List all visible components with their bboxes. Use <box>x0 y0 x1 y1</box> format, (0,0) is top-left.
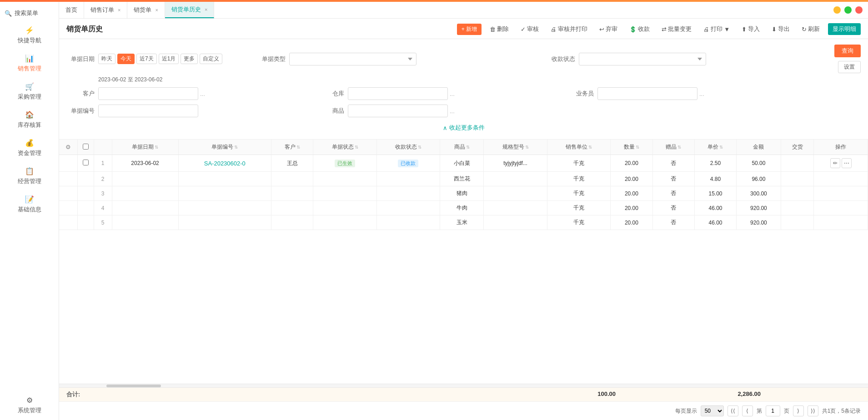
row-customer-cell: 王总 <box>271 155 313 172</box>
search-icon: 🔍 <box>5 10 12 17</box>
page-header: 销货单历史 + 新增 🗑 删除 ✓ 审核 🖨 审核并打印 <box>59 19 868 39</box>
goods-dots[interactable]: ... <box>450 108 455 115</box>
th-order-no[interactable]: 单据编号⇅ <box>178 140 271 155</box>
table-row: 1 2023-06-02 SA-20230602-0 王总 已生效 已收款 小白… <box>59 155 868 172</box>
th-customer[interactable]: 客户⇅ <box>271 140 313 155</box>
tab-close-sales-order[interactable]: × <box>118 7 120 13</box>
row-checkbox[interactable] <box>83 160 89 165</box>
row-transaction-cell <box>781 172 814 186</box>
show-detail-button[interactable]: 显示明细 <box>828 23 861 35</box>
sidebar-item-inventory[interactable]: 🏠 库存核算 <box>0 105 59 134</box>
warehouse-input[interactable] <box>348 87 448 100</box>
sidebar-item-basic-info[interactable]: 📝 基础信息 <box>0 190 59 218</box>
th-qty[interactable]: 数量⇅ <box>611 140 652 155</box>
close-button[interactable] <box>855 6 863 14</box>
warehouse-dots[interactable]: ... <box>450 90 455 97</box>
row-gift-cell: 否 <box>652 215 694 230</box>
customer-dots[interactable]: ... <box>200 90 205 97</box>
tab-bar: 首页 销售订单 × 销货单 × 销货单历史 × <box>59 2 868 19</box>
collapse-button[interactable]: ∧ 收起更多条件 <box>66 122 861 134</box>
type-select[interactable] <box>289 53 416 65</box>
sidebar-item-finance[interactable]: 💰 资金管理 <box>0 134 59 162</box>
th-pay-status[interactable]: 收款状态⇅ <box>376 140 440 155</box>
row-settings-cell <box>59 172 77 186</box>
order-no-input[interactable] <box>98 105 198 117</box>
maximize-button[interactable] <box>844 6 852 14</box>
scroll-thumb[interactable] <box>106 385 161 387</box>
sidebar-search[interactable]: 🔍 搜索菜单 <box>0 5 59 21</box>
page-next-button[interactable]: ⟩ <box>793 405 804 416</box>
th-spec[interactable]: 规格型号⇅ <box>484 140 547 155</box>
totals-qty: 100.00 <box>157 390 738 399</box>
date-today[interactable]: 今天 <box>117 54 135 64</box>
page-prev-button[interactable]: ⟨ <box>742 405 753 416</box>
page-first-button[interactable]: ⟨⟨ <box>728 405 738 416</box>
abandon-button[interactable]: ↩ 弃审 <box>596 23 621 35</box>
page-input[interactable] <box>766 405 780 416</box>
tab-close-sales-goods[interactable]: × <box>155 7 158 13</box>
table-wrapper: ⚙ 单据日期⇅ 单据编号⇅ 客户⇅ 单据状态⇅ 收款状态⇅ 商品⇅ <box>59 140 868 384</box>
date-more[interactable]: 更多 <box>181 54 198 64</box>
setting-button[interactable]: 设置 <box>838 61 861 73</box>
goods-input[interactable] <box>348 105 448 117</box>
per-page-select[interactable]: 50 100 <box>701 405 724 416</box>
date-yesterday[interactable]: 昨天 <box>98 54 115 64</box>
sidebar-item-system[interactable]: ⚙ 系统管理 <box>0 391 59 420</box>
th-unit[interactable]: 销售单位⇅ <box>547 140 610 155</box>
page-last-button[interactable]: ⟩⟩ <box>808 405 818 416</box>
date-custom[interactable]: 自定义 <box>200 54 222 64</box>
sidebar-item-sales-mgmt[interactable]: 📊 销售管理 <box>0 49 59 77</box>
th-date[interactable]: 单据日期⇅ <box>112 140 178 155</box>
row-qty-cell: 20.00 <box>611 186 652 201</box>
row-doc-status-cell: 已生效 <box>313 155 376 172</box>
sidebar-item-operations[interactable]: 📋 经营管理 <box>0 162 59 190</box>
th-goods[interactable]: 商品⇅ <box>440 140 484 155</box>
th-transaction: 交货 <box>781 140 814 155</box>
row-more-button[interactable]: ⋯ <box>842 158 852 168</box>
tab-sales-goods[interactable]: 销货单 × <box>127 2 165 18</box>
tab-close-sales-history[interactable]: × <box>205 7 207 12</box>
import-button[interactable]: ⬆ 导入 <box>738 23 763 35</box>
customer-input[interactable] <box>98 87 198 100</box>
th-gift[interactable]: 赠品⇅ <box>652 140 694 155</box>
row-customer-cell <box>271 215 313 230</box>
sidebar-item-quick-nav[interactable]: ⚡ 快捷导航 <box>0 21 59 49</box>
settings-icon[interactable]: ⚙ <box>65 144 71 150</box>
minimize-button[interactable] <box>833 6 841 14</box>
th-doc-status[interactable]: 单据状态⇅ <box>313 140 376 155</box>
query-button[interactable]: 查询 <box>834 45 861 57</box>
audit-icon: ✓ <box>521 26 526 33</box>
select-all-checkbox[interactable] <box>83 144 89 150</box>
collect-button[interactable]: 💲 收款 <box>626 23 653 35</box>
batch-change-button[interactable]: ⇄ 批量变更 <box>658 23 695 35</box>
row-checkbox-cell <box>77 215 94 230</box>
staff-input[interactable] <box>597 87 697 100</box>
order-no-link[interactable]: SA-20230602-0 <box>204 160 246 167</box>
table-scroll-bar[interactable] <box>59 384 868 387</box>
audit-print-button[interactable]: 🖨 审核并打印 <box>547 23 591 35</box>
audit-button[interactable]: ✓ 审核 <box>517 23 542 35</box>
main-content: 首页 销售订单 × 销货单 × 销货单历史 × <box>59 2 868 420</box>
filter-row-2: 客户 ... 仓库 ... 业务员 ... <box>66 87 861 100</box>
th-actions: 操作 <box>814 140 868 155</box>
sidebar-item-purchase-mgmt[interactable]: 🛒 采购管理 <box>0 77 59 105</box>
refresh-button[interactable]: ↻ 刷新 <box>798 23 823 35</box>
tab-sales-history[interactable]: 销货单历史 × <box>165 2 214 18</box>
tab-home[interactable]: 首页 <box>59 2 84 18</box>
th-checkbox <box>77 140 94 155</box>
payment-select[interactable] <box>579 53 706 65</box>
quick-nav-icon: ⚡ <box>25 25 34 35</box>
date-7days[interactable]: 近7天 <box>136 54 157 64</box>
th-price[interactable]: 单价⇅ <box>694 140 736 155</box>
row-edit-button[interactable]: ✏ <box>830 158 840 168</box>
staff-dots[interactable]: ... <box>699 90 704 97</box>
export-button[interactable]: ⬇ 导出 <box>768 23 793 35</box>
row-qty-cell: 20.00 <box>611 172 652 186</box>
date-1month[interactable]: 近1月 <box>159 54 179 64</box>
delete-button[interactable]: 🗑 删除 <box>486 23 512 35</box>
new-button[interactable]: + 新增 <box>457 24 482 35</box>
print-button[interactable]: 🖨 打印 ▼ <box>700 23 733 35</box>
tab-sales-order[interactable]: 销售订单 × <box>84 2 127 18</box>
row-unit-cell: 千克 <box>547 215 610 230</box>
row-goods-cell: 猪肉 <box>440 186 484 201</box>
